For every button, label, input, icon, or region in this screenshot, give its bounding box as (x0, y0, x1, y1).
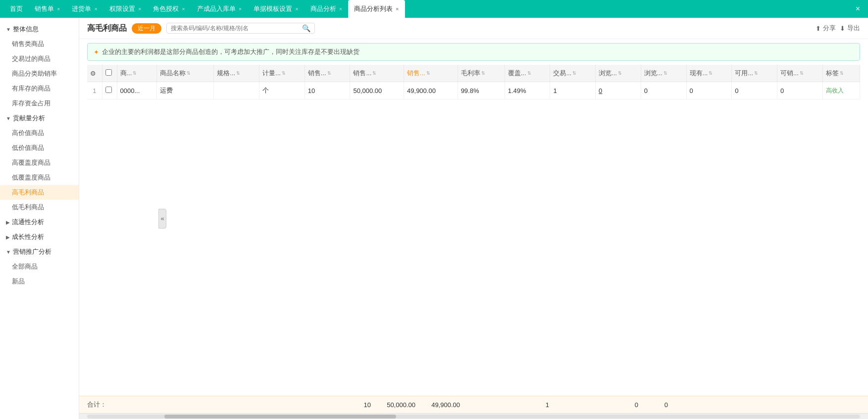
row-browse1: 0 (596, 82, 641, 99)
arrow-liquidity: ▶ (6, 220, 10, 225)
arrow-overall: ▼ (6, 27, 11, 32)
table-row: 1 0000... 运费 个 10 50,000.00 49,900.00 99… (87, 82, 860, 99)
footer-sale-qty: 10 (334, 401, 374, 409)
header-actions: ⬆ 分享 ⬇ 导出 (816, 24, 860, 33)
nav-permission[interactable]: 权限设置 × (103, 0, 147, 18)
export-icon: ⬇ (840, 25, 845, 32)
col-trade-count[interactable]: 交易...⇅ (550, 65, 596, 82)
page-title: 高毛利商品 (87, 23, 127, 34)
col-browse1[interactable]: 浏览...⇅ (596, 65, 641, 82)
nav-sales[interactable]: 销售单 × (29, 0, 66, 18)
sidebar-item-low-margin[interactable]: 低毛利商品 (0, 200, 79, 215)
sidebar-item-sales-goods[interactable]: 销售类商品 (0, 37, 79, 51)
footer-trade-count: 1 (522, 401, 552, 409)
col-gross-margin[interactable]: 毛利率⇅ (458, 65, 505, 82)
tip-bar: ✦ 企业的主要的利润都是这部分商品创造的，可考虑加大推广，同时关注库存是不要出现… (87, 43, 860, 61)
col-unit[interactable]: 计量...⇅ (259, 65, 305, 82)
row-stock: 0 (686, 82, 732, 99)
col-stock[interactable]: 现有...⇅ (686, 65, 732, 82)
close-product-analysis-list-tab[interactable]: × (396, 6, 399, 12)
sidebar-item-all-goods[interactable]: 全部商品 (0, 259, 79, 274)
close-sales-tab[interactable]: × (57, 6, 60, 12)
row-checkbox[interactable] (105, 87, 112, 93)
row-sale-qty: 10 (305, 82, 350, 99)
col-available[interactable]: 可用...⇅ (732, 65, 777, 82)
sidebar-item-stock-capital[interactable]: 库存资金占用 (0, 96, 79, 111)
search-input[interactable] (171, 25, 302, 32)
sidebar-item-traded-goods[interactable]: 交易过的商品 (0, 51, 79, 66)
row-spec (214, 82, 259, 99)
sidebar-group-liquidity[interactable]: ▶ 流通性分析 (0, 215, 79, 230)
col-browse2[interactable]: 浏览...⇅ (641, 65, 686, 82)
scrollbar-track (87, 415, 860, 419)
scrollbar-thumb (164, 415, 396, 419)
col-settings[interactable]: ⚙ (87, 65, 102, 82)
sidebar: ▼ 整体信息 销售类商品 交易过的商品 商品分类助销率 有库存的商品 库存资金占… (0, 18, 79, 419)
col-code[interactable]: 商...⇅ (117, 65, 157, 82)
row-browse2: 0 (641, 82, 686, 99)
col-tag[interactable]: 标签⇅ (822, 65, 860, 82)
sidebar-group-contribution[interactable]: ▼ 贡献量分析 (0, 111, 79, 126)
sidebar-group-growth[interactable]: ▶ 成长性分析 (0, 230, 79, 244)
goods-table: ⚙ 商...⇅ 商品名称⇅ 规格...⇅ 计量...⇅ 销售...⇅ 销售...… (87, 65, 860, 99)
row-unit: 个 (259, 82, 305, 99)
arrow-marketing: ▼ (6, 249, 11, 255)
close-purchase-tab[interactable]: × (94, 6, 97, 12)
close-product-inbound-tab[interactable]: × (239, 6, 242, 12)
sidebar-item-high-value[interactable]: 高价值商品 (0, 126, 79, 140)
close-product-analysis-tab[interactable]: × (339, 6, 342, 12)
nav-product-analysis-list[interactable]: 商品分析列表 × (348, 0, 405, 18)
row-gross-margin: 99.8% (458, 82, 505, 99)
select-all-checkbox[interactable] (105, 69, 112, 76)
sidebar-item-category-rate[interactable]: 商品分类助销率 (0, 66, 79, 81)
col-sale-cost[interactable]: 销售...⇅ (404, 65, 458, 82)
nav-home[interactable]: 首页 (4, 0, 29, 18)
sidebar-item-in-stock[interactable]: 有库存的商品 (0, 81, 79, 96)
close-template-tab[interactable]: × (295, 6, 298, 12)
sidebar-item-low-coverage[interactable]: 低覆盖度商品 (0, 170, 79, 185)
bottom-scrollbar[interactable] (79, 413, 868, 419)
col-coverage[interactable]: 覆盖...⇅ (505, 65, 550, 82)
sidebar-item-new-goods[interactable]: 新品 (0, 274, 79, 289)
top-navigation: 首页 销售单 × 进货单 × 权限设置 × 角色授权 × 产成品入库单 × 单据… (0, 0, 868, 18)
search-icon[interactable]: 🔍 (302, 24, 310, 32)
sidebar-group-overall[interactable]: ▼ 整体信息 (0, 22, 79, 37)
filter-recent-month-button[interactable]: 近一月 (132, 23, 161, 34)
nav-role[interactable]: 角色授权 × (147, 0, 191, 18)
row-checkbox-cell[interactable] (102, 82, 117, 99)
row-trade-count: 1 (550, 82, 596, 99)
nav-product-inbound[interactable]: 产成品入库单 × (191, 0, 248, 18)
sidebar-group-marketing[interactable]: ▼ 营销推广分析 (0, 244, 79, 259)
col-sale-qty[interactable]: 销售...⇅ (305, 65, 350, 82)
row-available: 0 (732, 82, 777, 99)
col-spec[interactable]: 规格...⇅ (214, 65, 259, 82)
sidebar-collapse-button[interactable]: « (158, 209, 166, 229)
col-saleable[interactable]: 可销...⇅ (777, 65, 822, 82)
nav-product-analysis[interactable]: 商品分析 × (305, 0, 348, 18)
row-saleable: 0 (777, 82, 822, 99)
col-checkbox[interactable] (102, 65, 117, 82)
sidebar-item-high-coverage[interactable]: 高覆盖度商品 (0, 155, 79, 170)
table-body: 1 0000... 运费 个 10 50,000.00 49,900.00 99… (87, 82, 860, 99)
close-role-tab[interactable]: × (182, 6, 185, 12)
nav-template[interactable]: 单据模板设置 × (248, 0, 304, 18)
main-layout: ▼ 整体信息 销售类商品 交易过的商品 商品分类助销率 有库存的商品 库存资金占… (0, 18, 868, 419)
col-name[interactable]: 商品名称⇅ (157, 65, 214, 82)
browse1-link[interactable]: 0 (599, 87, 602, 94)
footer-available: 0 (641, 401, 671, 409)
close-all-tabs[interactable]: × (852, 4, 864, 13)
row-num: 1 (87, 82, 102, 99)
footer-stock: 0 (612, 401, 641, 409)
search-container: 🔍 (166, 23, 315, 34)
share-icon: ⬆ (816, 25, 821, 32)
col-sale-amt[interactable]: 销售...⇅ (350, 65, 404, 82)
close-permission-tab[interactable]: × (138, 6, 141, 12)
nav-purchase[interactable]: 进货单 × (66, 0, 103, 18)
sidebar-item-low-value[interactable]: 低价值商品 (0, 140, 79, 155)
export-button[interactable]: ⬇ 导出 (840, 24, 860, 33)
share-button[interactable]: ⬆ 分享 (816, 24, 836, 33)
tip-text: 企业的主要的利润都是这部分商品创造的，可考虑加大推广，同时关注库存是不要出现缺货 (102, 47, 359, 56)
sidebar-item-high-margin[interactable]: 高毛利商品 (0, 185, 79, 200)
table-container: ⚙ 商...⇅ 商品名称⇅ 规格...⇅ 计量...⇅ 销售...⇅ 销售...… (79, 65, 868, 396)
footer-sale-amt: 50,000.00 (374, 401, 418, 409)
